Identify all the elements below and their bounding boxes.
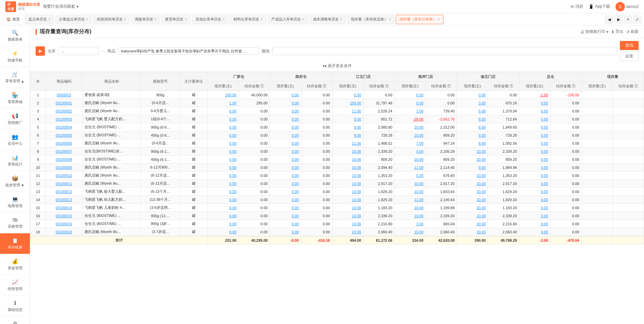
sidebar-item-finance[interactable]: 💰 资金管理 (0, 254, 30, 275)
cell-chen-qty[interactable]: 0.00 (270, 204, 301, 212)
cell-tot-qty[interactable]: 0.00 (519, 204, 550, 212)
cell-code[interactable]: 00100013 (46, 196, 83, 204)
query-button[interactable]: 查询 (620, 41, 639, 50)
cell-na-qty[interactable]: 10.00 (394, 180, 426, 188)
cell-na-qty[interactable]: 0.00 (394, 91, 426, 99)
cell-code[interactable]: 0000003 (46, 91, 83, 99)
cell-tot-qty[interactable]: 0.00 (519, 228, 550, 236)
cell-yb-qty[interactable]: 8.00 (457, 115, 488, 123)
cell-na-qty[interactable]: 10.00 (394, 212, 426, 220)
cell-fac-qty[interactable]: 0.00 (208, 204, 239, 212)
cell-yb-qty[interactable]: 10.00 (457, 228, 488, 236)
cell-jb-qty[interactable]: 10.00 (332, 172, 363, 180)
print-btn[interactable]: 🖨 按模板打印 ▾ (580, 29, 608, 35)
cell-tot-qty[interactable]: 0.00 (519, 123, 550, 131)
setting-button[interactable]: 设置 (620, 51, 639, 61)
cell-tot-qty[interactable]: 0.00 (519, 212, 550, 220)
sidebar-item-search[interactable]: 🔍 搜索英单 (0, 26, 30, 46)
cell-jb-qty[interactable]: 9.00 (332, 115, 363, 123)
cell-tot-qty[interactable]: 0.00 (519, 172, 550, 180)
cell-chen-qty[interactable]: 0.00 (270, 196, 301, 204)
cell-tot-qty[interactable]: 0.00 (519, 155, 550, 164)
tab-yaohuo[interactable]: 要货单历史 × (161, 15, 191, 24)
tab-fenpandian[interactable]: 分量盘点单历史 × (55, 15, 92, 24)
cell-yb-qty[interactable]: 10.00 (457, 196, 488, 204)
cell-fac-qty[interactable]: 0.00 (208, 180, 239, 188)
cell-jb-qty[interactable]: 10.00 (332, 155, 363, 164)
sidebar-item-basicinfo[interactable]: ℹ 基础信息 (0, 296, 30, 317)
cell-yb-qty[interactable]: 10.00 (457, 212, 488, 220)
cell-jb-qty[interactable]: 10.00 (332, 212, 363, 220)
cell-code[interactable]: 00100004 (46, 123, 83, 131)
cell-code[interactable]: 00100001 (46, 99, 83, 107)
cell-chen-qty[interactable]: 0.00 (270, 131, 301, 139)
cell-yb-qty[interactable]: 9.00 (457, 131, 488, 139)
cell-code[interactable]: 00100005 (46, 131, 83, 139)
cell-yb-qty[interactable]: 10.00 (457, 220, 488, 228)
sidebar-item-member[interactable]: 👥 会员中心 (0, 130, 30, 150)
cell-code[interactable]: 00100015 (46, 212, 83, 220)
cell-chen-qty[interactable]: 0.00 (270, 228, 301, 236)
cell-tot-qty[interactable]: 0.00 (519, 131, 550, 139)
tab-pandian[interactable]: 盘点单历史 × (25, 15, 54, 24)
close-icon[interactable]: × (261, 17, 263, 21)
cell-chen-qty[interactable]: 0.00 (270, 188, 301, 196)
cell-code[interactable]: 00100016 (46, 220, 83, 228)
cell-code[interactable]: 00100010 (46, 172, 83, 180)
close-icon[interactable]: × (438, 17, 440, 21)
cell-na-qty[interactable]: 7.00 (394, 139, 426, 147)
cell-chen-qty[interactable]: 0.00 (270, 180, 301, 188)
goods-input[interactable] (118, 47, 259, 55)
close-icon[interactable]: × (86, 17, 88, 21)
cell-yb-qty[interactable]: 10.00 (457, 180, 488, 188)
cell-tot-qty[interactable]: 0.00 (519, 164, 550, 172)
cell-tot-qty[interactable]: -1.00 (519, 91, 550, 99)
cell-jb-qty[interactable]: 9.00 (332, 131, 363, 139)
cell-yb-qty[interactable]: 9.00 (457, 164, 488, 172)
cell-na-qty[interactable]: 5.00 (394, 172, 426, 180)
cell-na-qty[interactable]: 3.00 (394, 107, 426, 115)
tab-home[interactable]: 🏠 首页 (3, 15, 23, 24)
tab-chengben[interactable]: 成本调整单历史 × (309, 15, 346, 24)
cell-na-qty[interactable]: -39.00 (394, 115, 426, 123)
cell-fac-qty[interactable]: 0.00 (208, 228, 239, 236)
cell-jb-qty[interactable]: 10.00 (332, 188, 363, 196)
cell-tot-qty[interactable]: 0.00 (519, 115, 550, 123)
cell-fac-qty[interactable]: 0.00 (208, 212, 239, 220)
cell-chen-qty[interactable]: 0.00 (270, 147, 301, 155)
cell-chen-qty[interactable]: 0.00 (270, 155, 301, 164)
user-profile[interactable]: E demo2 (615, 2, 639, 11)
cell-fac-qty[interactable]: 0.00 (208, 115, 239, 123)
cell-code[interactable]: 00100018 (46, 228, 83, 236)
cell-fac-qty[interactable]: 0.00 (208, 220, 239, 228)
sidebar-item-system[interactable]: ⚙ 系统管理 (0, 317, 30, 324)
warehouse-input[interactable] (58, 47, 99, 55)
cell-yb-qty[interactable]: 10.00 (457, 172, 488, 180)
cell-na-qty[interactable]: 10.00 (394, 204, 426, 212)
cell-jb-qty[interactable]: 11.00 (332, 139, 363, 147)
cell-jb-qty[interactable]: 11.00 (332, 107, 363, 115)
close-icon[interactable]: × (302, 17, 304, 21)
cell-chen-qty[interactable]: 0.00 (270, 212, 301, 220)
close-icon[interactable]: × (155, 17, 157, 21)
sidebar-item-retailstat[interactable]: 📊 零售统计 (0, 150, 30, 171)
cell-tot-qty[interactable]: 0.00 (519, 99, 550, 107)
close-icon[interactable]: × (185, 17, 187, 21)
cell-chen-qty[interactable]: 0.00 (270, 139, 301, 147)
cell-code[interactable]: 00100008 (46, 155, 83, 164)
filter-expand-btn[interactable]: ▾▾ 展开更多条件 (36, 63, 639, 69)
cell-yb-qty[interactable]: 8.00 (457, 123, 488, 131)
cell-jb-qty[interactable]: 10.00 (332, 164, 363, 172)
tab-diaobo[interactable]: 调拨单历史 × (131, 15, 160, 24)
cell-jb-qty[interactable]: 10.00 (332, 220, 363, 228)
cell-yb-qty[interactable]: 8.00 (457, 139, 488, 147)
cell-code[interactable]: 00100011 (46, 180, 83, 188)
cell-chen-qty[interactable]: 0.00 (270, 220, 301, 228)
cell-yb-qty[interactable]: 10.00 (457, 147, 488, 155)
tab-prev-btn[interactable]: ◀ (605, 15, 613, 24)
cell-jb-qty[interactable]: 10.00 (332, 196, 363, 204)
cell-code[interactable]: 00100009 (46, 164, 83, 172)
sidebar-item-ecommerce[interactable]: 💻 电商管理 (0, 192, 30, 213)
cell-tot-qty[interactable]: 0.00 (519, 139, 550, 147)
cell-na-qty[interactable]: 10.00 (394, 131, 426, 139)
